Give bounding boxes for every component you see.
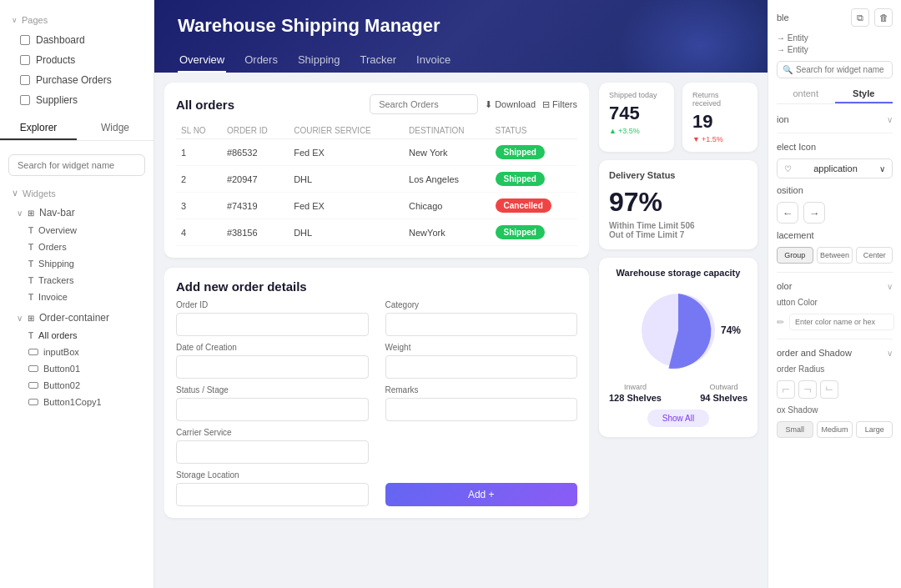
copy-button[interactable]: ⧉: [851, 8, 869, 27]
order-container-section[interactable]: ∨ ⊞ Order-container: [0, 309, 154, 327]
tab-content[interactable]: ontent: [777, 85, 835, 103]
cell-destination: NewYork: [404, 219, 490, 246]
orders-table: Sl No ORDER ID COURIER SERVICE DESTINATI…: [176, 123, 577, 246]
shadow-medium[interactable]: Medium: [817, 421, 853, 438]
show-all-button[interactable]: Show All: [647, 410, 709, 427]
tree-button01[interactable]: Button01: [0, 360, 154, 377]
col-slno: Sl No: [176, 123, 222, 139]
arrow-right-button[interactable]: →: [803, 202, 825, 224]
tree-invoice[interactable]: T Invoice: [0, 289, 154, 305]
all-orders-header: All orders ⬇ Download ⊟ Filters: [176, 94, 577, 114]
shadow-small[interactable]: Small: [777, 421, 813, 438]
tree-button02[interactable]: Button02: [0, 377, 154, 394]
delivery-card: Delivery Status 97% Within Time Limit 50…: [599, 160, 758, 249]
widgets-section: ∨ Widgets: [0, 183, 154, 204]
entity-links: → Entity → Entity: [777, 33, 893, 54]
form-category: Category: [385, 300, 578, 336]
center-button[interactable]: Center: [856, 247, 893, 264]
sidebar: ∨ Pages Dashboard Products Purchase Orde…: [0, 0, 154, 588]
heart-icon: ♡: [784, 164, 792, 173]
download-icon: ⬇: [485, 99, 492, 110]
sidebar-tabs: Explorer Widge: [0, 117, 154, 141]
nav-bar-section[interactable]: ∨ ⊞ Nav-bar: [0, 204, 154, 222]
search-widget-input[interactable]: [8, 154, 145, 176]
tab-style[interactable]: Style: [835, 85, 893, 103]
chevron-icon: ∨: [887, 115, 893, 124]
cell-orderid: #20947: [222, 166, 289, 193]
cell-orderid: #74319: [222, 193, 289, 219]
pages-section[interactable]: ∨ Pages: [0, 10, 154, 30]
input-remarks[interactable]: [385, 398, 578, 421]
rp-top-row: ble ⧉ 🗑: [777, 8, 893, 27]
cell-courier: DHL: [289, 219, 404, 246]
form-carrier-service: Carrier Service: [176, 428, 369, 464]
cell-status: Shipped: [491, 219, 577, 246]
color-input-row: ✏: [777, 314, 893, 330]
add-button[interactable]: Add +: [385, 483, 578, 506]
warehouse-card: Warehouse storage capacity 74% Inward 12…: [599, 258, 758, 437]
sidebar-item-dashboard[interactable]: Dashboard: [0, 30, 154, 50]
icon-select[interactable]: ♡ application ∨: [777, 158, 893, 178]
nav-shipping[interactable]: Shipping: [296, 48, 342, 73]
t-icon-shipping: T: [28, 259, 33, 269]
tree-trackers[interactable]: T Trackers: [0, 272, 154, 289]
nav-tracker[interactable]: Tracker: [359, 48, 399, 73]
suppliers-icon: [20, 95, 30, 105]
search-orders-input[interactable]: [370, 94, 478, 114]
tree-orders[interactable]: T Orders: [0, 239, 154, 255]
input-carrier-service[interactable]: [176, 440, 369, 464]
nav-bar-icon: ⊞: [28, 209, 34, 218]
app-title: Warehouse Shipping Manager: [178, 15, 744, 37]
arrow-left-button[interactable]: ←: [777, 202, 798, 224]
add-order-title: Add new order details: [176, 279, 577, 294]
form-storage-location: Storage Location: [176, 470, 369, 506]
download-button[interactable]: ⬇ Download: [485, 99, 536, 110]
rp-tabs: ontent Style: [777, 85, 893, 104]
group-button[interactable]: Group: [777, 247, 813, 264]
order-container-icon: ⊞: [28, 314, 34, 323]
form-order-id: Order ID: [176, 300, 369, 336]
shadow-large[interactable]: Large: [856, 421, 893, 438]
input-storage-location[interactable]: [176, 483, 369, 506]
between-button[interactable]: Between: [817, 247, 853, 264]
tree-inputbox[interactable]: inputBox: [0, 344, 154, 360]
pages-chevron: ∨: [12, 16, 18, 24]
sidebar-item-purchase-orders[interactable]: Purchase Orders: [0, 70, 154, 90]
stats-row-top: Shipped today 745 ▲ +3.5% Returns receiv…: [599, 83, 758, 152]
filters-button[interactable]: ⊟ Filters: [542, 99, 577, 110]
delete-button[interactable]: 🗑: [874, 8, 893, 27]
tab-widget[interactable]: Widge: [77, 117, 154, 140]
input-category[interactable]: [385, 313, 578, 336]
tree-all-orders[interactable]: T All orders: [0, 327, 154, 344]
input-date-creation[interactable]: [176, 355, 369, 379]
rp-icon-group: ⧉ 🗑: [851, 8, 893, 27]
color-input[interactable]: [789, 314, 894, 330]
tree-shipping[interactable]: T Shipping: [0, 255, 154, 272]
dashboard-icon: [20, 35, 30, 45]
rp-search-input[interactable]: [796, 65, 887, 74]
sidebar-item-products[interactable]: Products: [0, 50, 154, 70]
expand-border-icon: ∨: [887, 349, 893, 358]
col-orderid: ORDER ID: [222, 123, 289, 139]
br-tl[interactable]: ⌐: [777, 380, 795, 399]
inward-shelves: Inward 128 Shelves: [609, 383, 662, 403]
sidebar-item-suppliers[interactable]: Suppliers: [0, 90, 154, 110]
nav-overview[interactable]: Overview: [178, 48, 226, 73]
rect-icon-inputbox: [28, 349, 38, 355]
nav-orders[interactable]: Orders: [243, 48, 279, 73]
t-icon-trackers: T: [28, 276, 33, 285]
input-weight[interactable]: [385, 355, 578, 379]
br-bl[interactable]: ⌐: [820, 380, 838, 399]
tree-overview[interactable]: T Overview: [0, 222, 154, 239]
nav-invoice[interactable]: Invoice: [415, 48, 452, 73]
table-row: 2 #20947 DHL Los Angeles Shipped: [176, 166, 577, 193]
input-status-stage[interactable]: [176, 398, 369, 421]
tree-button1copy1[interactable]: Button1Copy1: [0, 394, 154, 410]
br-tr[interactable]: ⌐: [798, 380, 817, 399]
orders-panel: All orders ⬇ Download ⊟ Filters: [164, 83, 589, 578]
chevron-down-icon: ∨: [12, 188, 18, 199]
input-order-id[interactable]: [176, 313, 369, 336]
placement-group: Group Between Center: [777, 247, 893, 264]
table-row: 4 #38156 DHL NewYork Shipped: [176, 219, 577, 246]
tab-explorer[interactable]: Explorer: [0, 117, 77, 140]
